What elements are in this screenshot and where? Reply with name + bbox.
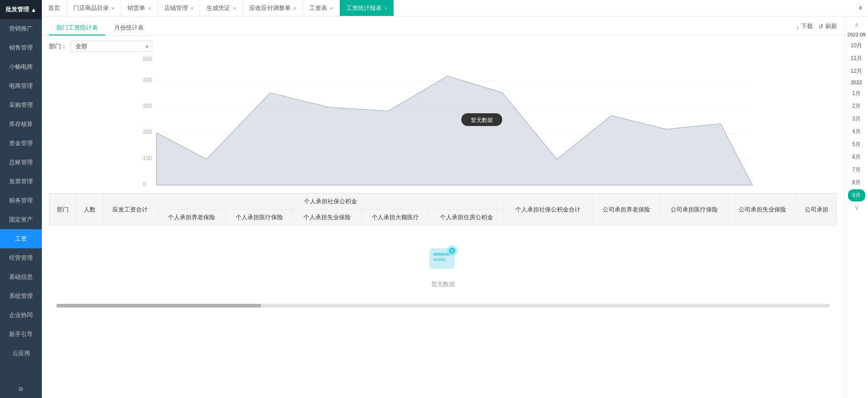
- close-all-icon: ×: [858, 4, 863, 12]
- chart-fill: [156, 76, 752, 185]
- sidebar-item-xbds[interactable]: 小畅电商: [0, 57, 42, 76]
- timeline-year-prev: 2022.09: [845, 30, 868, 39]
- no-data-label: 暂无数据: [431, 280, 455, 288]
- tab-close-store-mgmt[interactable]: ×: [191, 5, 193, 11]
- svg-text:?: ?: [451, 249, 454, 253]
- col-company-pension: 公司承担养老保险: [592, 194, 660, 226]
- tab-ap-ar[interactable]: 应收应付调整单×: [243, 0, 303, 16]
- sidebar-item-dsgld[interactable]: 电商管理: [0, 76, 42, 96]
- timeline-down-btn[interactable]: ∨: [854, 202, 859, 213]
- tab-close-sales-order[interactable]: ×: [148, 5, 151, 11]
- tab-home[interactable]: 首页: [42, 0, 67, 16]
- chart-svg: 0 100 200 300 400 500: [49, 56, 837, 188]
- chart-area: 0 100 200 300 400 500: [42, 56, 844, 398]
- col-personal-pension: 个人承担养老保险: [157, 210, 225, 226]
- tab-gen-voucher[interactable]: 生成凭证×: [200, 0, 242, 16]
- tab-close-payroll[interactable]: ×: [330, 5, 333, 11]
- timeline-month-curr-2[interactable]: 3月: [848, 113, 865, 125]
- tabs-container: 门店商品目录×销货单×店铺管理×生成凭证×应收应付调整单×工资表×工资统计报表×: [67, 0, 394, 16]
- timeline-up-btn[interactable]: ∧: [854, 19, 859, 30]
- tab-dept-stats[interactable]: 部门工资统计表: [49, 21, 105, 35]
- svg-text:0: 0: [143, 181, 146, 187]
- col-count: 人数: [76, 194, 103, 226]
- col-company-unemploy: 公司承担失业保险: [728, 194, 796, 226]
- svg-text:100: 100: [143, 155, 152, 161]
- tab-store-mgmt[interactable]: 店铺管理×: [158, 0, 200, 16]
- timeline-month-curr-8[interactable]: 9月: [848, 189, 865, 202]
- col-personal-housing: 个人承担住房公积金: [429, 210, 504, 226]
- sidebar-items: 营销推广销售管理小畅电商电商管理采购管理库存核算资金管理总账管理发票管理税务管理…: [0, 19, 42, 363]
- col-personal-large-medical: 个人承担大额医疗: [361, 210, 429, 226]
- timeline-month-prev-1[interactable]: 11月: [848, 52, 865, 65]
- chart-container: 0 100 200 300 400 500: [49, 56, 837, 193]
- sidebar-item-qyxt[interactable]: 企业协同: [0, 306, 42, 325]
- sub-tabs: 部门工资统计表 月份统计表 ↓ 下载 ↺ 刷新: [42, 16, 844, 36]
- timeline-month-curr-4[interactable]: 5月: [848, 138, 865, 151]
- page-content: 部门工资统计表 月份统计表 ↓ 下载 ↺ 刷新: [42, 16, 844, 398]
- col-dept: 部门: [50, 194, 76, 226]
- settings-button[interactable]: ⚙: [0, 380, 42, 398]
- timeline-month-curr-3[interactable]: 4月: [848, 126, 865, 138]
- sidebar-item-cqgl[interactable]: 采购管理: [0, 96, 42, 115]
- svg-text:200: 200: [143, 129, 152, 135]
- tab-label-payroll-report: 工资统计报表: [346, 4, 382, 12]
- col-personal-medical: 个人承担医疗保险: [225, 210, 293, 226]
- toolbar: 部门： 全部 销售部 采购部 财务部 行政部: [42, 36, 844, 56]
- timeline-month-curr-7[interactable]: 8月: [848, 176, 865, 189]
- svg-text:300: 300: [143, 103, 152, 109]
- sidebar-item-yyyg[interactable]: 云应用: [0, 344, 42, 363]
- timeline-month-curr-6[interactable]: 7月: [848, 164, 865, 176]
- refresh-button[interactable]: ↺ 刷新: [818, 22, 837, 30]
- tab-close-ap-ar[interactable]: ×: [293, 5, 296, 11]
- tab-payroll-report[interactable]: 工资统计报表×: [340, 0, 394, 16]
- tab-label-shop-catalog: 门店商品目录: [73, 4, 109, 12]
- sidebar-item-xsgl[interactable]: 销售管理: [0, 38, 42, 57]
- tab-close-gen-voucher[interactable]: ×: [233, 5, 236, 11]
- tab-month-stats[interactable]: 月份统计表: [107, 21, 151, 35]
- scrollbar-thumb[interactable]: [56, 304, 261, 307]
- col-personal-insurance-group: 个人承担社保公积金: [157, 194, 504, 210]
- col-total-wage: 应发工资合计: [103, 194, 157, 226]
- sidebar-item-xsyd[interactable]: 新手引导: [0, 325, 42, 344]
- timeline-month-curr-1[interactable]: 2月: [848, 100, 865, 112]
- sidebar-item-swgl[interactable]: 税务管理: [0, 191, 42, 210]
- timeline-month-prev-2[interactable]: 12月: [848, 65, 865, 77]
- timeline-year-curr: 2022: [845, 78, 868, 87]
- sidebar-item-yxtp[interactable]: 营销推广: [0, 19, 42, 38]
- sidebar-item-kchs[interactable]: 库存核算: [0, 115, 42, 134]
- timeline-month-curr-5[interactable]: 6月: [848, 151, 865, 163]
- timeline-month-curr-0[interactable]: 1月: [848, 87, 865, 100]
- sidebar-header[interactable]: 批发管理 ▲: [0, 0, 42, 19]
- tab-label-sales-order: 销货单: [127, 4, 145, 12]
- sidebar-item-gz[interactable]: 工资: [0, 229, 42, 248]
- sidebar-item-gdwc[interactable]: 固定资产: [0, 210, 42, 229]
- sidebar-item-zjgl[interactable]: 资金管理: [0, 134, 42, 153]
- tab-bar: 首页 门店商品目录×销货单×店铺管理×生成凭证×应收应付调整单×工资表×工资统计…: [42, 0, 868, 16]
- download-icon: ↓: [797, 23, 800, 30]
- toolbar-left: 部门： 全部 销售部 采购部 财务部 行政部: [49, 40, 152, 52]
- sidebar-item-zzgl[interactable]: 总账管理: [0, 153, 42, 172]
- horizontal-scrollbar[interactable]: [56, 304, 830, 307]
- main-area: 首页 门店商品目录×销货单×店铺管理×生成凭证×应收应付调整单×工资表×工资统计…: [42, 0, 868, 398]
- col-company-medical: 公司承担医疗保险: [661, 194, 728, 226]
- toolbar-right: ↓ 下载 ↺ 刷新: [797, 22, 838, 30]
- tab-close-all[interactable]: ×: [853, 0, 868, 16]
- sidebar-item-jcxx[interactable]: 基础信息: [0, 267, 42, 287]
- tab-payroll[interactable]: 工资表×: [303, 0, 339, 16]
- svg-text:500: 500: [143, 56, 152, 62]
- tab-shop-catalog[interactable]: 门店商品目录×: [67, 0, 121, 16]
- tab-close-payroll-report[interactable]: ×: [384, 5, 387, 11]
- tab-close-shop-catalog[interactable]: ×: [111, 5, 114, 11]
- sidebar-toggle-icon: ▲: [31, 6, 37, 13]
- dept-select[interactable]: 全部 销售部 采购部 财务部 行政部: [71, 40, 152, 52]
- sidebar-item-jygl[interactable]: 经营管理: [0, 248, 42, 267]
- tab-label-ap-ar: 应收应付调整单: [249, 4, 291, 12]
- sidebar-item-xtgl[interactable]: 系统管理: [0, 287, 42, 306]
- sidebar-item-fpgl[interactable]: 发票管理: [0, 172, 42, 191]
- download-button[interactable]: ↓ 下载: [797, 22, 813, 30]
- timeline-month-prev-0[interactable]: 10月: [848, 40, 865, 52]
- timeline-sidebar: ∧ 2022.09 10月11月12月 2022 1月2月3月4月5月6月7月8…: [844, 16, 868, 398]
- content-area: 部门工资统计表 月份统计表 ↓ 下载 ↺ 刷新: [42, 16, 868, 398]
- tab-sales-order[interactable]: 销货单×: [121, 0, 157, 16]
- dept-label: 部门：: [49, 42, 67, 50]
